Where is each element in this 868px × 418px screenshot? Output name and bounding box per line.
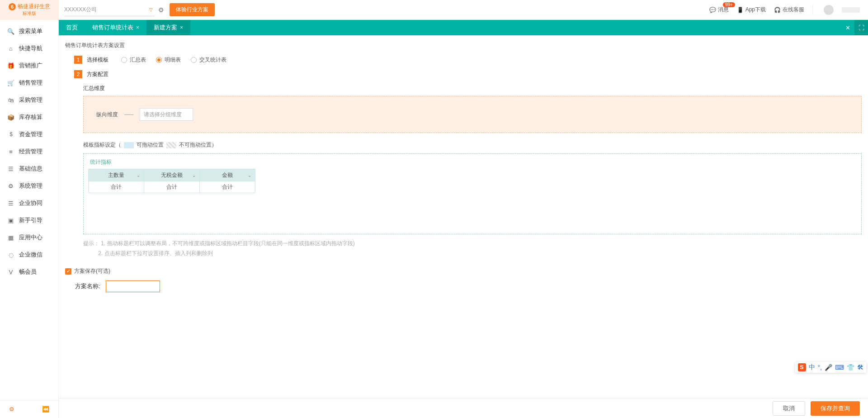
draggable-swatch-icon — [124, 142, 134, 148]
sidebar-item-quicknav[interactable]: ⌂快捷导航 — [0, 40, 58, 57]
save-and-query-button[interactable]: 保存并查询 — [811, 401, 860, 416]
chevron-down-icon: ⌄ — [137, 173, 140, 178]
support-link[interactable]: 🎧 在线客服 — [774, 6, 804, 14]
indicator-title: 统计指标 — [90, 158, 857, 166]
sidebar-item-collab[interactable]: ☰企业协同 — [0, 195, 58, 212]
tabs-row: 首页 销售订单统计表 × 新建方案 × ✕ ⛶ — [59, 20, 868, 35]
gift-icon: 🎁 — [7, 62, 14, 69]
ime-tool-icon[interactable]: 🛠 — [857, 364, 863, 371]
collapse-icon[interactable]: ⏪ — [42, 406, 49, 413]
apps-icon: ▦ — [7, 234, 14, 241]
home-icon: ⌂ — [7, 45, 14, 52]
sidebar-item-sales[interactable]: 🛒销售管理 — [0, 74, 58, 91]
chevron-down-icon: ⌄ — [192, 173, 196, 178]
sidebar-item-marketing[interactable]: 🎁营销推广 — [0, 57, 58, 74]
dimension-axis-label: 纵向维度 — [96, 111, 118, 119]
vip-icon: V — [7, 268, 14, 276]
messages-link[interactable]: 💬 消息 99+ — [709, 6, 729, 14]
sidebar-footer: ⚙ ⏪ — [0, 400, 58, 418]
indicator-col-amount[interactable]: 金额 ⌄ — [200, 169, 255, 181]
sidebar-item-business[interactable]: ≡经营管理 — [0, 143, 58, 160]
radio-detail[interactable]: 明细表 — [156, 56, 181, 64]
indicator-col-qty[interactable]: 主数量 ⌄ — [89, 169, 144, 181]
logo-icon: 6 — [9, 3, 16, 10]
team-icon: ☰ — [7, 200, 14, 207]
avatar[interactable] — [824, 5, 834, 15]
template-radio-group: 汇总表 明细表 交叉统计表 — [121, 56, 226, 64]
sidebar-item-search[interactable]: 🔍搜索菜单 — [0, 23, 58, 40]
top-header: 6 畅捷通好生意 标准版 XXXXXX公司 ▽ ⚙ 体验行业方案 💬 消息 99… — [0, 0, 868, 20]
user-name-placeholder — [842, 7, 860, 13]
indicator-legend: 模板指标设定（ 可拖动位置 不可拖动位置） — [83, 141, 862, 149]
indicator-col-notax[interactable]: 无税金额 ⌄ — [144, 169, 200, 181]
dimension-select[interactable]: 请选择分组维度 — [140, 108, 193, 121]
sidebar-item-appcenter[interactable]: ▦应用中心 — [0, 229, 58, 246]
ime-lang-icon[interactable]: 中 — [809, 363, 815, 371]
radio-icon — [191, 57, 197, 63]
dash-icon — [124, 114, 133, 115]
search-icon: 🔍 — [7, 28, 14, 35]
cancel-button[interactable]: 取消 — [773, 401, 805, 416]
settings-icon[interactable]: ⚙ — [9, 406, 14, 413]
indicator-box: 统计指标 主数量 ⌄ 无税金额 ⌄ 金额 ⌄ — [83, 153, 862, 234]
headset-icon: 🎧 — [774, 7, 781, 13]
main-area: 首页 销售订单统计表 × 新建方案 × ✕ ⛶ 销售订单统计表方案设置 1 选择… — [59, 20, 868, 418]
tab-new-plan[interactable]: 新建方案 × — [146, 20, 190, 35]
radio-icon — [156, 57, 162, 63]
tab-sales-report[interactable]: 销售订单统计表 × — [85, 20, 146, 35]
gear-icon[interactable]: ⚙ — [158, 6, 164, 14]
close-all-icon[interactable]: ✕ — [841, 20, 854, 35]
app-download-link[interactable]: 📱 App下载 — [737, 6, 766, 14]
ime-punct-icon[interactable]: °, — [818, 364, 822, 371]
step1-label: 选择模板 — [87, 56, 108, 64]
logo-area: 6 畅捷通好生意 标准版 — [0, 0, 59, 20]
gear-icon: ⚙ — [7, 182, 14, 190]
step2-row: 2 方案配置 — [74, 70, 862, 78]
ime-keyboard-icon[interactable]: ⌨ — [835, 364, 844, 371]
indicator-sum-cell: 合计 — [200, 181, 255, 193]
save-checkbox-label: 方案保存(可选) — [74, 267, 110, 275]
sidebar: 🔍搜索菜单 ⌂快捷导航 🎁营销推广 🛒销售管理 🛍采购管理 📦库存核算 ＄资金管… — [0, 20, 59, 418]
wechat-icon: ◌ — [7, 251, 14, 258]
fullscreen-icon[interactable]: ⛶ — [854, 20, 868, 35]
step2-number: 2 — [74, 70, 82, 78]
step2-label: 方案配置 — [87, 71, 108, 78]
sidebar-item-guide[interactable]: ▣新手引导 — [0, 212, 58, 229]
ime-bar[interactable]: S 中 °, 🎤 ⌨ 👕 🛠 — [795, 362, 867, 373]
company-select[interactable]: XXXXXX公司 ▽ — [64, 4, 155, 16]
chevron-down-icon: ⌄ — [248, 173, 251, 178]
step1-number: 1 — [74, 56, 82, 64]
save-checkbox[interactable]: ✓ — [65, 268, 71, 275]
sidebar-item-base[interactable]: ☰基础信息 — [0, 160, 58, 177]
radio-cross[interactable]: 交叉统计表 — [191, 56, 226, 64]
box-icon: 📦 — [7, 114, 14, 121]
play-icon: ▣ — [7, 217, 14, 224]
step1-row: 1 选择模板 汇总表 明细表 交叉统计表 — [74, 56, 862, 64]
chevron-down-icon: ▽ — [149, 7, 153, 12]
close-icon[interactable]: × — [180, 24, 183, 31]
ime-skin-icon[interactable]: 👕 — [847, 364, 854, 371]
ime-logo-icon: S — [798, 363, 806, 371]
tab-home[interactable]: 首页 — [59, 20, 85, 35]
plan-name-input[interactable] — [106, 280, 160, 292]
try-industry-button[interactable]: 体验行业方案 — [170, 3, 215, 16]
cart-icon: 🛒 — [7, 79, 14, 86]
divider — [812, 5, 813, 14]
sidebar-item-system[interactable]: ⚙系统管理 — [0, 177, 58, 195]
radio-summary[interactable]: 汇总表 — [121, 56, 146, 64]
page-title: 销售订单统计表方案设置 — [65, 42, 862, 49]
chart-icon: ≡ — [7, 148, 14, 155]
sidebar-item-purchase[interactable]: 🛍采购管理 — [0, 91, 58, 109]
header-right: 💬 消息 99+ 📱 App下载 🎧 在线客服 — [709, 5, 868, 15]
sidebar-item-member[interactable]: V畅会员 — [0, 263, 58, 280]
phone-icon: 📱 — [737, 7, 744, 13]
close-icon[interactable]: × — [136, 24, 139, 31]
radio-icon — [121, 57, 127, 63]
ime-mic-icon[interactable]: 🎤 — [825, 364, 832, 371]
save-block: ✓ 方案保存(可选) 方案名称: — [65, 267, 862, 292]
footer-bar: 取消 保存并查询 — [59, 398, 868, 418]
sidebar-item-finance[interactable]: ＄资金管理 — [0, 126, 58, 143]
indicator-table: 主数量 ⌄ 无税金额 ⌄ 金额 ⌄ 合计 — [88, 169, 255, 193]
sidebar-item-inventory[interactable]: 📦库存核算 — [0, 109, 58, 126]
sidebar-item-wechat[interactable]: ◌企业微信 — [0, 246, 58, 263]
